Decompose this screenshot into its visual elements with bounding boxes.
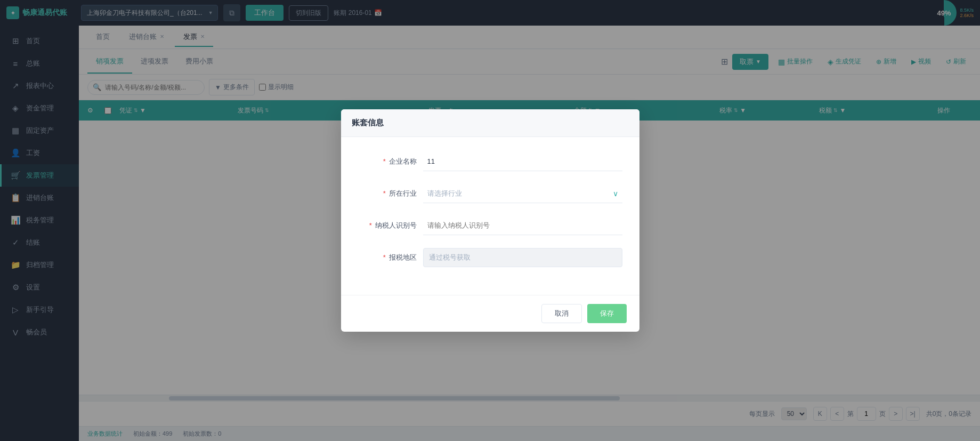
label-region: * 报税地区 bbox=[358, 253, 417, 262]
modal-overlay: 账套信息 * 企业名称 * 所在行业 请选择行业 ∨ bbox=[0, 0, 980, 441]
form-row-industry: * 所在行业 请选择行业 ∨ bbox=[358, 184, 622, 203]
region-placeholder: 通过税号获取 bbox=[429, 253, 471, 262]
modal-title: 账套信息 bbox=[352, 118, 384, 127]
required-star-taxid: * bbox=[369, 221, 372, 229]
form-row-taxid: * 纳税人识别号 bbox=[358, 216, 622, 235]
required-star-industry: * bbox=[383, 189, 386, 197]
cancel-button[interactable]: 取消 bbox=[541, 304, 582, 323]
label-industry-text: 所在行业 bbox=[389, 189, 417, 197]
industry-select[interactable]: 请选择行业 ∨ bbox=[423, 184, 622, 203]
form-row-company: * 企业名称 bbox=[358, 152, 622, 171]
save-button[interactable]: 保存 bbox=[587, 304, 627, 323]
label-taxid-text: 纳税人识别号 bbox=[375, 221, 417, 229]
industry-placeholder: 请选择行业 bbox=[427, 189, 613, 198]
label-industry: * 所在行业 bbox=[358, 189, 417, 198]
taxid-input[interactable] bbox=[423, 216, 622, 235]
modal-header: 账套信息 bbox=[341, 109, 639, 137]
modal-body: * 企业名称 * 所在行业 请选择行业 ∨ * bbox=[341, 137, 639, 295]
form-row-region: * 报税地区 通过税号获取 bbox=[358, 248, 622, 267]
label-region-text: 报税地区 bbox=[389, 253, 417, 261]
label-taxid: * 纳税人识别号 bbox=[358, 221, 417, 230]
modal-footer: 取消 保存 bbox=[341, 295, 639, 332]
region-disabled-input: 通过税号获取 bbox=[423, 248, 622, 267]
required-star-region: * bbox=[383, 253, 386, 261]
required-star-company: * bbox=[383, 157, 386, 165]
label-company-text: 企业名称 bbox=[389, 157, 417, 165]
company-name-input[interactable] bbox=[423, 152, 622, 171]
label-company: * 企业名称 bbox=[358, 157, 417, 166]
account-info-modal: 账套信息 * 企业名称 * 所在行业 请选择行业 ∨ bbox=[341, 109, 639, 332]
industry-dropdown-icon: ∨ bbox=[613, 189, 618, 198]
